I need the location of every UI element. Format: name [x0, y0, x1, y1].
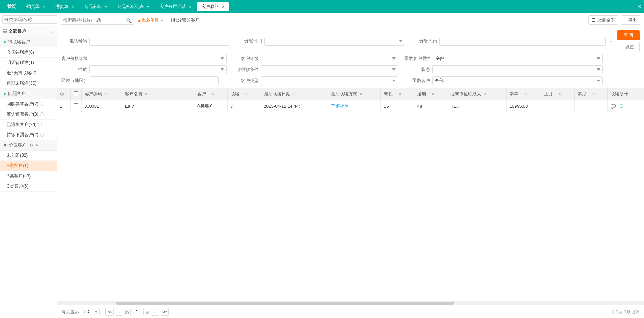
phone-input[interactable]	[89, 37, 230, 46]
price-level-wrapper	[90, 54, 227, 63]
main-search-input[interactable]	[63, 18, 124, 23]
price-level-select[interactable]	[90, 54, 227, 63]
next-page-button[interactable]: ›	[151, 308, 159, 316]
retail-attr-select[interactable]: 全部	[433, 54, 603, 63]
th-gear[interactable]: ⚙	[57, 88, 70, 100]
sidebar-item-overdue-contact[interactable]: 逾期未联络(30)	[0, 78, 57, 89]
payment-select[interactable]	[261, 65, 398, 74]
sort-company-icon[interactable]: ⇅	[483, 92, 486, 96]
prev-page-button[interactable]: ‹	[115, 308, 123, 316]
section-problem-customers[interactable]: ▼ 问题客户	[0, 89, 57, 99]
sidebar-search-input[interactable]	[2, 15, 57, 24]
my-customer-checkbox-label[interactable]: 我分管的客户	[167, 17, 200, 23]
person-label: 分管人员	[411, 38, 437, 44]
filter-more-button[interactable]: ◢ 更多条件 ▲	[137, 17, 164, 23]
tab-customer-tier-close[interactable]: ×	[189, 4, 191, 9]
sidebar-collapse-icon[interactable]: ‹	[52, 29, 54, 35]
sidebar-item-today-contact[interactable]: 今天待联络(0)	[0, 47, 57, 58]
tab-purchase-close[interactable]: ×	[71, 4, 74, 9]
nature-select[interactable]	[89, 65, 227, 74]
region-input[interactable]	[90, 76, 219, 85]
sort-name-icon[interactable]: ⇅	[144, 92, 147, 96]
sidebar-item-lost[interactable]: 已流失客户(24) ⓘ	[0, 120, 57, 130]
sidebar-item-b-class[interactable]: B类客户(33)	[0, 171, 57, 181]
select-all-checkbox[interactable]	[74, 91, 78, 96]
last-page-button[interactable]: ≫	[161, 308, 169, 316]
tab-customer-tier[interactable]: 客户分层经营 ×	[155, 2, 196, 11]
search-box: 🔍	[61, 16, 134, 25]
sidebar-item-loss-warning[interactable]: 流失预警客户(3) ⓘ	[0, 109, 57, 120]
my-customer-checkbox[interactable]	[167, 18, 172, 22]
export-button[interactable]: ↓ 导出	[622, 15, 640, 25]
tab-goods-list-close[interactable]: ×	[147, 4, 149, 9]
section-pending-contact[interactable]: ▼ 待联络客户	[0, 37, 57, 47]
settings-button[interactable]: 设置	[620, 42, 640, 52]
edit-icon[interactable]: ✎	[35, 143, 39, 148]
sidebar-item-repurchase-abnormal[interactable]: 回购异常客户(2) ⓘ	[0, 99, 57, 109]
reload-icon[interactable]: ↻	[29, 143, 33, 148]
tab-purchase-label: 进货单	[55, 4, 68, 10]
sort-code-icon[interactable]: ⇅	[104, 92, 107, 96]
action-qr-icon[interactable]: ❐	[620, 104, 624, 109]
tab-customer-tier-label: 客户分层经营	[160, 4, 186, 10]
tab-sales-close[interactable]: ×	[43, 4, 45, 9]
person-dots-icon[interactable]: ···	[609, 38, 614, 44]
scrollbar-thumb[interactable]	[116, 302, 454, 305]
close-all-button[interactable]: ×	[638, 3, 641, 10]
retail-customer-wrapper: 全部	[432, 76, 603, 85]
person-input[interactable]	[439, 37, 606, 46]
th-company-contacts: 往来单位联系人 ⇅	[447, 88, 507, 100]
region-dots-icon[interactable]: ···	[222, 78, 227, 84]
retail-customer-select[interactable]: 全部	[432, 76, 603, 85]
row-no-contact: 55	[381, 100, 414, 112]
filter-row-3: 性质 收付款条件 状态	[61, 65, 640, 74]
tab-home[interactable]: 首页	[3, 2, 21, 11]
last-contact-way-link[interactable]: 下销货单	[331, 103, 348, 109]
gear-icon[interactable]: ⚙	[60, 92, 64, 97]
retail-attr-label: 零散客户属性	[404, 56, 431, 62]
sort-last-month-icon[interactable]: ⇅	[559, 92, 562, 96]
main-search-icon[interactable]: 🔍	[125, 17, 132, 23]
sort-last-date-icon[interactable]: ⇅	[292, 92, 295, 96]
sidebar-item-tomorrow-contact[interactable]: 明天待联络(1)	[0, 58, 57, 68]
th-contact-count: 联络... ⇅	[228, 88, 261, 100]
sidebar-item-declining[interactable]: 持续下滑客户(2) ⓘ	[0, 130, 57, 140]
sidebar-dots-icon: ☷	[3, 29, 7, 34]
tab-goods-list[interactable]: 商品分析列表 ×	[113, 2, 153, 11]
dept-select[interactable]	[264, 37, 405, 46]
filter-cell-nature: 性质	[61, 65, 227, 74]
sidebar-item-ungroup[interactable]: 未分组(32)	[0, 151, 57, 161]
sort-this-month-icon[interactable]: ⇅	[592, 92, 595, 96]
tab-goods-list-label: 商品分析列表	[117, 4, 144, 10]
row-checkbox[interactable]	[74, 103, 78, 108]
horizontal-scrollbar[interactable]	[57, 301, 644, 305]
first-page-button[interactable]: ≪	[105, 308, 114, 316]
sort-way-icon[interactable]: ⇅	[359, 92, 362, 96]
sort-no-contact-icon[interactable]: ⇅	[398, 92, 401, 96]
customer-type-select[interactable]	[261, 76, 398, 85]
action-contact-icon[interactable]: 💬	[611, 104, 616, 109]
page-number-input[interactable]	[130, 308, 144, 315]
declining-info-icon: ⓘ	[40, 132, 44, 138]
batch-op-button[interactable]: ☰ 批量操作	[588, 15, 618, 25]
tab-goods-analysis[interactable]: 商品分析 ×	[80, 2, 111, 11]
customer-level-select[interactable]	[261, 54, 398, 63]
tab-purchase[interactable]: 进货单 ×	[51, 2, 78, 11]
tab-customer-contact[interactable]: 客户联络 ×	[197, 2, 229, 11]
sort-class-icon[interactable]: ⇅	[212, 92, 215, 96]
query-button[interactable]: 查询	[617, 30, 640, 40]
sidebar: 🔍 ☷ 全部客户 ‹ ▼ 待联络客户 今天待联络(0) 明天待联络(1) 近7天…	[0, 13, 57, 318]
tab-goods-analysis-close[interactable]: ×	[105, 4, 107, 9]
tab-customer-contact-close[interactable]: ×	[222, 4, 224, 9]
th-last-month-label: 上月...	[544, 91, 557, 96]
section-value-customers[interactable]: ▼ 价值客户 ↻ ✎	[0, 140, 57, 151]
sort-this-year-icon[interactable]: ⇅	[524, 92, 527, 96]
sidebar-item-week-contact[interactable]: 近7天待联络(0)	[0, 68, 57, 78]
sidebar-item-c-class[interactable]: C类客户(6)	[0, 181, 57, 192]
sort-overdue-icon[interactable]: ⇅	[432, 92, 434, 96]
status-select[interactable]	[432, 65, 603, 74]
tab-sales[interactable]: 销货单 ×	[22, 2, 49, 11]
page-size-select[interactable]: 50 10 20 100	[82, 308, 100, 315]
sidebar-item-a-class[interactable]: A类客户(1)	[0, 161, 57, 171]
sort-contact-count-icon[interactable]: ⇅	[245, 92, 248, 96]
